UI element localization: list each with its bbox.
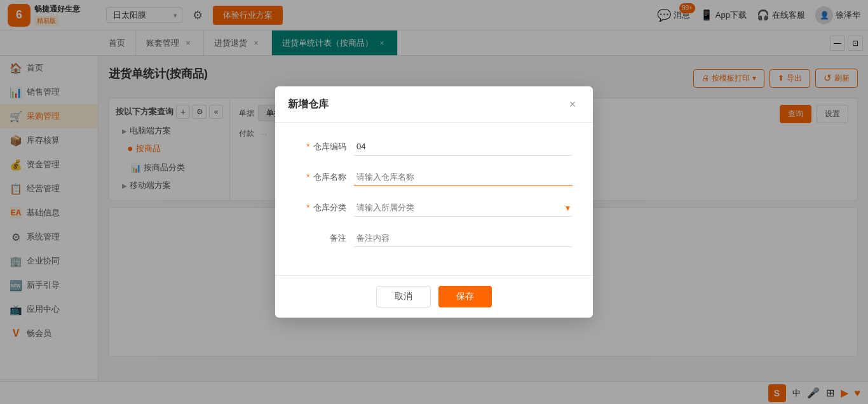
- cancel-button[interactable]: 取消: [376, 286, 431, 307]
- modal-title: 新增仓库: [288, 98, 329, 111]
- code-input[interactable]: [354, 138, 573, 156]
- form-row-category: * 仓库分类 ▾: [295, 199, 573, 217]
- modal-close-button[interactable]: ×: [565, 97, 580, 112]
- modal-footer: 取消 保存: [275, 275, 593, 318]
- note-input[interactable]: [354, 229, 573, 247]
- required-star: *: [306, 142, 309, 151]
- name-input[interactable]: [354, 168, 573, 186]
- note-label: 备注: [295, 232, 346, 244]
- form-row-note: 备注: [295, 229, 573, 247]
- category-input[interactable]: [354, 199, 566, 216]
- required-star-name: *: [306, 172, 309, 182]
- required-star-cat: *: [306, 203, 309, 212]
- category-select-wrap: ▾: [354, 199, 573, 217]
- name-label: * 仓库名称: [295, 172, 346, 183]
- category-label: * 仓库分类: [295, 202, 346, 213]
- form-row-code: * 仓库编码: [295, 138, 573, 156]
- code-label: * 仓库编码: [295, 141, 346, 152]
- category-dropdown-icon: ▾: [566, 203, 573, 213]
- form-row-name: * 仓库名称: [295, 168, 573, 186]
- save-button[interactable]: 保存: [438, 286, 492, 307]
- modal-header: 新增仓库 ×: [275, 86, 593, 123]
- new-warehouse-modal: 新增仓库 × * 仓库编码 * 仓库名称 * 仓库分类: [275, 86, 593, 318]
- modal-body: * 仓库编码 * 仓库名称 * 仓库分类 ▾: [275, 123, 593, 275]
